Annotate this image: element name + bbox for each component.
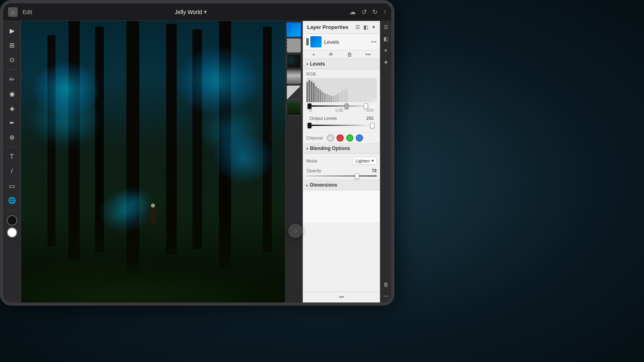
output-black-thumb[interactable] — [308, 123, 312, 128]
background-color[interactable] — [7, 227, 17, 238]
heal-tool[interactable]: ⊕ — [6, 131, 19, 144]
shape-tool[interactable]: ▭ — [6, 179, 19, 192]
right-bar-layers-icon[interactable]: ☰ — [384, 24, 388, 30]
svg-rect-14 — [337, 93, 339, 102]
channel-red-btn[interactable] — [336, 134, 344, 142]
svg-rect-17 — [344, 89, 345, 102]
svg-rect-2 — [311, 81, 312, 102]
svg-rect-5 — [317, 88, 319, 102]
svg-rect-23 — [357, 92, 359, 102]
levels-arrow-icon: ▾ — [306, 62, 308, 66]
foreground-color[interactable] — [7, 215, 17, 226]
layer-thumb-4[interactable] — [287, 85, 301, 100]
right-bar-delete-icon[interactable]: 🗑 — [383, 282, 388, 288]
opacity-thumb[interactable] — [355, 173, 359, 179]
channel-blue-btn[interactable] — [356, 134, 363, 142]
top-bar-center: Jelly World ▾ — [175, 8, 207, 16]
right-panel: Layer Properties ☰ ◧ ✦ Levels ••• — [303, 21, 380, 302]
svg-rect-30 — [372, 98, 374, 102]
output-max-value: 255 — [366, 116, 374, 121]
svg-rect-16 — [342, 90, 343, 102]
layer-collapse-handle[interactable] — [306, 38, 309, 45]
blending-section-header[interactable]: ▾ Blending Options — [303, 144, 380, 154]
rgb-label: RGB — [306, 72, 377, 76]
eraser-tool[interactable]: ◉ — [6, 87, 19, 100]
jelly-ambient-3 — [114, 186, 154, 218]
svg-rect-25 — [361, 94, 363, 102]
svg-rect-9 — [326, 94, 328, 102]
float-nav-button[interactable]: ○ — [288, 224, 303, 238]
channel-green-btn[interactable] — [346, 134, 353, 142]
fill-tool[interactable]: ◈ — [6, 102, 19, 115]
cloud-icon[interactable]: ☁ — [349, 8, 356, 16]
effects-icon[interactable]: ✦ — [372, 24, 376, 30]
panel-bottom-more[interactable]: ••• — [339, 294, 344, 300]
adjustments-icon[interactable]: ◧ — [363, 24, 368, 30]
opacity-value: 72 — [372, 168, 377, 173]
jelly-ambient-2 — [200, 105, 264, 158]
add-adjustment-icon[interactable]: + — [312, 51, 315, 58]
blend-mode-dropdown[interactable]: Lighten ▾ — [353, 157, 377, 165]
layer-thumb-0[interactable] — [287, 23, 301, 37]
home-button[interactable]: ⌂ — [8, 7, 18, 17]
svg-rect-27 — [366, 96, 367, 102]
white-point-thumb[interactable] — [364, 103, 368, 109]
blending-section-label: Blending Options — [310, 146, 350, 151]
blending-content: Mode Lighten ▾ Opacity 72 — [303, 154, 380, 180]
lasso-tool[interactable]: ⊙ — [6, 53, 19, 66]
opacity-slider — [306, 175, 377, 177]
delete-layer-icon[interactable]: 🗑 — [347, 51, 352, 58]
svg-rect-19 — [348, 86, 350, 102]
right-bar-star-icon[interactable]: ★ — [384, 59, 388, 65]
svg-rect-8 — [324, 93, 326, 102]
layer-thumb-3[interactable] — [287, 70, 301, 84]
levels-section-header[interactable]: ▾ Levels — [303, 59, 380, 69]
slider-min-val: 0 — [310, 108, 312, 113]
visibility-icon[interactable]: 👁 — [328, 51, 334, 58]
output-white-thumb[interactable] — [370, 123, 374, 128]
adjustment-tool[interactable]: 🌐 — [6, 194, 19, 207]
output-slider-track — [310, 125, 374, 126]
export-icon[interactable]: ↑ — [383, 8, 386, 16]
dimensions-section-header[interactable]: ▸ Dimensions — [303, 180, 380, 190]
pencil-tool[interactable]: ✏ — [6, 73, 19, 86]
svg-rect-21 — [353, 87, 354, 102]
blend-mode-value: Lighten — [355, 158, 370, 163]
line-tool[interactable]: / — [6, 165, 19, 178]
undo-icon[interactable]: ↺ — [361, 8, 367, 16]
left-toolbar: ▶ ⊞ ⊙ ✏ ◉ ◈ ✒ ⊕ T / ▭ 🌐 — [3, 21, 21, 302]
more-options-icon[interactable]: ••• — [365, 51, 371, 58]
opacity-label: Opacity — [306, 168, 321, 173]
slider-max-val: 224 — [367, 108, 374, 113]
layer-thumb-2[interactable] — [287, 54, 301, 68]
slider-values: 0 0.85 224 — [310, 108, 374, 113]
midpoint-thumb[interactable] — [345, 103, 349, 109]
top-bar: ⌂ Edit Jelly World ▾ ☁ ↺ ↻ ↑ — [3, 3, 391, 21]
redo-icon[interactable]: ↻ — [372, 8, 378, 16]
canvas-area — [21, 21, 285, 302]
text-tool[interactable]: T — [6, 150, 19, 163]
brush-tool[interactable]: ✒ — [6, 116, 19, 129]
edit-label: Edit — [23, 9, 32, 15]
transform-tool[interactable]: ⊞ — [6, 39, 19, 51]
channel-rgb-btn[interactable] — [327, 134, 334, 142]
layers-icon[interactable]: ☰ — [355, 24, 360, 30]
sections-container: ▾ Levels RGB — [303, 59, 380, 292]
layer-thumb-5[interactable] — [287, 101, 301, 115]
app-container: ⌂ Edit Jelly World ▾ ☁ ↺ ↻ ↑ ▶ ⊞ ⊙ — [0, 0, 644, 362]
project-dropdown-icon[interactable]: ▾ — [204, 8, 207, 16]
histogram-container: RGB — [303, 69, 380, 133]
svg-rect-3 — [313, 83, 314, 102]
svg-rect-24 — [359, 93, 361, 102]
right-bar-effects-icon[interactable]: ✦ — [384, 47, 388, 53]
layer-thumb-1[interactable] — [287, 38, 301, 53]
select-tool[interactable]: ▶ — [6, 24, 19, 37]
layer-row-more-icon[interactable]: ••• — [371, 39, 377, 45]
right-bar-more-icon[interactable]: ••• — [383, 293, 389, 299]
channel-row: Channel — [303, 133, 380, 144]
toolbar-divider-3 — [7, 210, 17, 210]
toolbar-divider-1 — [7, 69, 17, 70]
black-point-thumb[interactable] — [308, 103, 312, 109]
right-bar-history-icon[interactable]: ◧ — [384, 36, 388, 42]
layer-row: Levels ••• — [303, 34, 380, 50]
